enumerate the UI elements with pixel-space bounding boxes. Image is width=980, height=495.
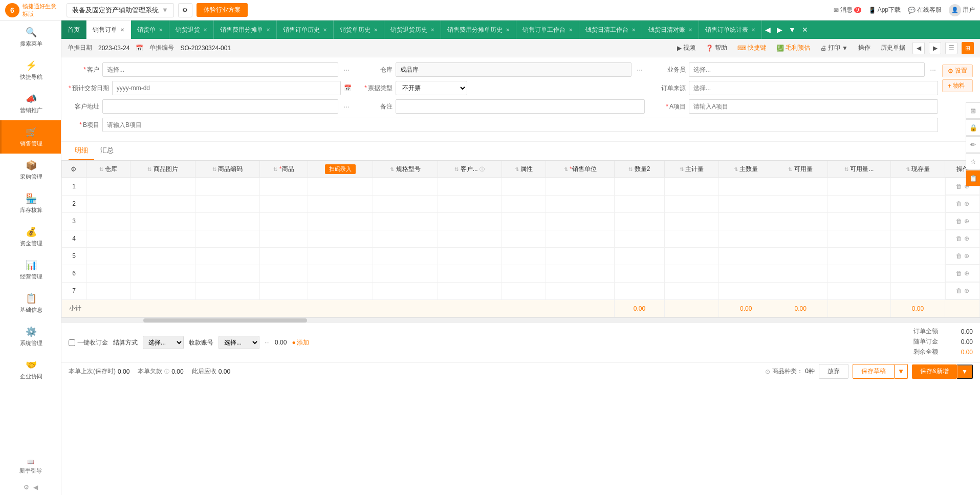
- settings-button[interactable]: ⚙ 设置: [942, 64, 973, 77]
- tab-nav-next[interactable]: ▶: [774, 20, 786, 39]
- salesperson-expand-icon[interactable]: ···: [928, 66, 938, 74]
- customer-input[interactable]: [102, 62, 338, 77]
- history-btn[interactable]: 历史单据: [878, 42, 908, 53]
- sidebar-item-marketing[interactable]: 📣 营销推广: [0, 87, 61, 120]
- row-copy-icon[interactable]: ⊕: [964, 200, 969, 207]
- one-click-collect-checkbox[interactable]: 一键收订金: [69, 338, 108, 347]
- row-delete-icon[interactable]: 🗑: [956, 252, 962, 260]
- close-sales-fee-hist-icon[interactable]: ✕: [506, 27, 510, 33]
- sidebar-item-sales[interactable]: 🛒 销售管理: [0, 120, 61, 154]
- tab-summary[interactable]: 汇总: [94, 142, 120, 160]
- remark-input[interactable]: [396, 99, 645, 114]
- add-button[interactable]: ● 添加: [292, 338, 309, 347]
- calendar-icon[interactable]: 📅: [136, 45, 143, 52]
- tab-sales-refund[interactable]: 销货单 ✕: [131, 20, 169, 39]
- th-stock[interactable]: ⇅ 现存量: [890, 161, 945, 178]
- sidebar-item-inventory[interactable]: 🏪 库存核算: [0, 187, 61, 220]
- tab-nav-close-all[interactable]: ✕: [799, 20, 811, 39]
- tab-sales-fee-split[interactable]: 销售费用分摊单 ✕: [214, 20, 277, 39]
- sidebar-item-basic[interactable]: 📋 基础信息: [0, 287, 61, 320]
- th-sales-unit[interactable]: ⇅ *销售单位: [546, 161, 615, 178]
- message-item[interactable]: ✉ 消息 9: [834, 6, 861, 14]
- row-copy-icon[interactable]: ⊕: [964, 252, 969, 260]
- address-input[interactable]: [102, 99, 338, 114]
- th-warehouse[interactable]: ⇅ 仓库: [86, 161, 130, 178]
- sidebar-collapse-icon[interactable]: ◀: [33, 484, 38, 491]
- row-delete-icon[interactable]: 🗑: [956, 270, 962, 277]
- system-title[interactable]: 装备及固定资产辅助管理系统 ▼: [67, 3, 174, 17]
- side-action-3[interactable]: ✏: [966, 136, 980, 153]
- amount-dots[interactable]: ···: [265, 339, 270, 346]
- sidebar-item-search-menu[interactable]: 🔍 搜索菜单: [0, 20, 61, 54]
- view-video-btn[interactable]: ▶ 视频: [674, 42, 699, 53]
- account-select[interactable]: 选择...: [219, 336, 259, 349]
- close-cash-daily-reconcile-icon[interactable]: ✕: [688, 27, 692, 33]
- tab-sales-return-hist[interactable]: 销货退货历史 ✕: [384, 20, 441, 39]
- tab-home[interactable]: 首页: [61, 20, 86, 39]
- warehouse-expand-icon[interactable]: ···: [635, 66, 645, 74]
- tab-cash-daily-reconcile[interactable]: 钱货日清对账 ✕: [642, 20, 699, 39]
- horizontal-scrollbar[interactable]: [143, 318, 307, 322]
- close-cash-daily-ws-icon[interactable]: ✕: [631, 27, 636, 33]
- warehouse-input[interactable]: [396, 62, 631, 77]
- print-btn[interactable]: 🖨 打印 ▼: [817, 42, 851, 53]
- side-action-4[interactable]: ☆: [966, 153, 980, 169]
- save-draft-button[interactable]: 保存草稿: [853, 364, 895, 379]
- close-sales-order-ws-icon[interactable]: ✕: [569, 27, 573, 33]
- shortcut-btn[interactable]: ⌨ 快捷键: [734, 42, 769, 53]
- th-product-code[interactable]: ⇅ 商品编码: [195, 161, 259, 178]
- sidebar-settings-icon[interactable]: ⚙: [24, 484, 29, 491]
- side-action-1[interactable]: ⊞: [966, 102, 980, 119]
- close-sales-fee-split-icon[interactable]: ✕: [266, 27, 270, 33]
- one-click-collect-input[interactable]: [69, 339, 75, 346]
- th-product-img[interactable]: ⇅ 商品图片: [130, 161, 195, 178]
- th-available[interactable]: ⇅ 可用量: [773, 161, 827, 178]
- close-sales-refund-hist-icon[interactable]: ✕: [374, 27, 378, 33]
- tab-nav-prev[interactable]: ◀: [762, 20, 774, 39]
- tab-sales-return[interactable]: 销货退货 ✕: [169, 20, 214, 39]
- th-gear[interactable]: ⚙: [62, 161, 86, 178]
- tab-cash-daily-ws[interactable]: 钱货日清工作台 ✕: [579, 20, 642, 39]
- sidebar-item-enterprise[interactable]: 🤝 企业协同: [0, 353, 61, 386]
- tab-detail[interactable]: 明细: [69, 142, 94, 160]
- row-copy-icon[interactable]: ⊕: [964, 270, 969, 277]
- next-record-btn[interactable]: ▶: [929, 42, 941, 54]
- sidebar-item-finance[interactable]: 💰 资金管理: [0, 220, 61, 253]
- th-product[interactable]: ⇅ *商品: [259, 161, 308, 178]
- invoice-type-select[interactable]: 不开票 增值税普通发票 增值税专用发票: [396, 81, 467, 95]
- add-material-button[interactable]: + 物料: [942, 79, 973, 92]
- close-sales-return-icon[interactable]: ✕: [203, 27, 207, 33]
- profit-btn[interactable]: 💹 毛利预估: [773, 42, 813, 53]
- row-delete-icon[interactable]: 🗑: [956, 235, 962, 242]
- user-avatar-item[interactable]: 👤 用户: [949, 4, 975, 16]
- tab-sales-fee-hist[interactable]: 销售费用分摊单历史 ✕: [441, 20, 516, 39]
- online-service-item[interactable]: 💬 在线客服: [908, 6, 942, 14]
- help-btn[interactable]: ❓ 帮助: [703, 42, 730, 53]
- payment-method-select[interactable]: 选择...: [143, 336, 184, 349]
- tab-sales-order-ws[interactable]: 销售订单工作台 ✕: [516, 20, 579, 39]
- app-download-item[interactable]: 📱 App下载: [868, 6, 901, 14]
- row-copy-icon[interactable]: ⊕: [964, 218, 969, 225]
- tab-sales-order[interactable]: 销售订单 ✕: [86, 20, 131, 39]
- date-picker-icon[interactable]: 📅: [344, 84, 352, 92]
- sidebar-item-quick-nav[interactable]: ⚡ 快捷导航: [0, 54, 61, 87]
- sidebar-item-purchase[interactable]: 📦 采购管理: [0, 154, 61, 187]
- save-new-dropdown-icon[interactable]: ▼: [957, 364, 973, 379]
- row-delete-icon[interactable]: 🗑: [956, 218, 962, 225]
- row-copy-icon[interactable]: ⊕: [964, 287, 969, 294]
- sidebar-item-system[interactable]: ⚙️ 系统管理: [0, 320, 61, 353]
- th-scan[interactable]: 扫码录入: [308, 161, 373, 178]
- b-project-input[interactable]: [102, 118, 938, 132]
- grid-view-btn[interactable]: ⊞: [962, 42, 974, 54]
- operation-btn[interactable]: 操作: [855, 42, 874, 53]
- tab-sales-order-hist[interactable]: 销售订单历史 ✕: [277, 20, 334, 39]
- th-qty2[interactable]: ⇅ 数量2: [615, 161, 665, 178]
- th-attribute[interactable]: ⇅ 属性: [502, 161, 546, 178]
- side-action-5[interactable]: 📋: [966, 170, 980, 186]
- tab-sales-refund-hist[interactable]: 销货单历史 ✕: [334, 20, 384, 39]
- row-copy-icon[interactable]: ⊕: [964, 235, 969, 242]
- discard-button[interactable]: 放弃: [819, 364, 848, 379]
- salesperson-input[interactable]: [689, 62, 925, 77]
- prev-record-btn[interactable]: ◀: [912, 42, 925, 54]
- th-available2[interactable]: ⇅ 可用量...: [827, 161, 890, 178]
